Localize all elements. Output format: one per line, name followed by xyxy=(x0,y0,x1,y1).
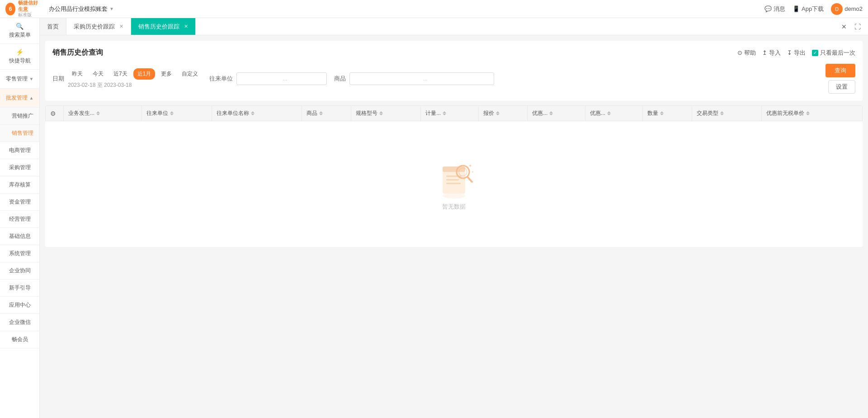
col-unit[interactable]: 计量... xyxy=(421,106,479,121)
table-container: ⚙ 业务发生... xyxy=(45,105,863,247)
col-biz-date[interactable]: 业务发生... xyxy=(64,106,142,121)
page-content: 销售历史价查询 ⊙ 帮助 ↥ 导入 ↧ 导出 xyxy=(40,35,868,418)
sort-icon xyxy=(496,111,500,115)
date-btn-last1month[interactable]: 近1月 xyxy=(133,68,156,80)
date-btn-last7[interactable]: 近7天 xyxy=(109,68,132,80)
col-discount2[interactable]: 优惠... xyxy=(585,106,643,121)
col-product[interactable]: 商品 xyxy=(302,106,351,121)
filter-row: 日期 昨天 今天 近7天 近1月 更多 自定义 2023-02-18 至 202… xyxy=(52,64,855,94)
data-table: ⚙ 业务发生... xyxy=(45,105,863,247)
empty-state: ✦ ✦ 暂无数据 xyxy=(46,121,863,247)
sidebar-item-wholesale-mgmt[interactable]: 批发管理 ▲ xyxy=(0,89,39,108)
close-tab-btn[interactable]: ✕ xyxy=(839,22,849,32)
partner-input[interactable]: ... xyxy=(236,72,327,85)
col-trade-type[interactable]: 交易类型 xyxy=(692,106,761,121)
message-btn[interactable]: 💬 消息 xyxy=(764,5,785,13)
sidebar: 🔍 搜索菜单 ⚡ 快捷导航 零售管理 ▼ 批发管理 ▲ 营销推广 销售管理 电商… xyxy=(0,18,40,418)
search-icon: 🔍 xyxy=(16,23,24,30)
main-layout: 🔍 搜索菜单 ⚡ 快捷导航 零售管理 ▼ 批发管理 ▲ 营销推广 销售管理 电商… xyxy=(0,18,868,418)
date-btn-today[interactable]: 今天 xyxy=(89,68,108,80)
tab-bar: 首页 采购历史价跟踪 ✕ 销售历史价跟踪 ✕ ✕ ⛶ xyxy=(40,18,868,35)
date-btn-yesterday[interactable]: 昨天 xyxy=(68,68,87,80)
top-menu-selector[interactable]: 办公用品行业模拟账套 ▼ xyxy=(45,3,118,15)
help-icon: ⊙ xyxy=(737,49,742,56)
col-discount1[interactable]: 优惠... xyxy=(528,106,585,121)
title-actions: ⊙ 帮助 ↥ 导入 ↧ 导出 ✓ 只看最后一次 xyxy=(737,49,855,57)
date-btn-more[interactable]: 更多 xyxy=(157,68,176,80)
date-btn-custom[interactable]: 自定义 xyxy=(178,68,202,80)
col-pre-tax-price[interactable]: 优惠前无税单价 xyxy=(762,106,863,121)
sort-icon xyxy=(96,111,100,115)
sort-icon xyxy=(379,111,383,115)
sidebar-item-system[interactable]: 系统管理 xyxy=(0,245,39,262)
help-btn[interactable]: ⊙ 帮助 xyxy=(737,49,756,57)
partner-label: 往来单位 xyxy=(209,75,233,83)
app-download-btn[interactable]: 📱 App下载 xyxy=(793,5,824,13)
sort-icon xyxy=(660,111,664,115)
svg-text:✦: ✦ xyxy=(468,163,472,168)
page-title: 销售历史价查询 xyxy=(52,48,103,57)
import-btn[interactable]: ↥ 导入 xyxy=(762,49,781,57)
col-settings[interactable]: ⚙ xyxy=(46,106,64,121)
sidebar-item-retail-mgmt[interactable]: 零售管理 ▼ xyxy=(0,70,39,89)
checkbox-icon: ✓ xyxy=(812,50,818,56)
sidebar-item-new-guide[interactable]: 新手引导 xyxy=(0,280,39,297)
sidebar-item-enterprise-collab[interactable]: 企业协同 xyxy=(0,262,39,280)
fullscreen-btn[interactable]: ⛶ xyxy=(853,22,863,32)
export-icon: ↧ xyxy=(787,49,792,56)
sidebar-item-purchase[interactable]: 采购管理 xyxy=(0,159,39,176)
header-right: 💬 消息 📱 App下载 D demo2 xyxy=(764,3,863,15)
chevron-up-icon: ▲ xyxy=(29,95,34,100)
only-last-checkbox[interactable]: ✓ 只看最后一次 xyxy=(812,49,855,57)
sidebar-item-inventory[interactable]: 库存核算 xyxy=(0,176,39,194)
sort-icon xyxy=(806,111,810,115)
tab-close-sales[interactable]: ✕ xyxy=(184,24,188,29)
col-partner-name[interactable]: 往来单位名称 xyxy=(212,106,302,121)
svg-text:✦: ✦ xyxy=(471,170,474,174)
product-input[interactable]: ... xyxy=(349,72,494,85)
sidebar-item-quick-nav[interactable]: ⚡ 快捷导航 xyxy=(0,44,39,70)
sidebar-item-sales[interactable]: 销售管理 xyxy=(0,125,39,142)
partner-ellipsis-icon: ... xyxy=(283,76,323,82)
page-title-bar: 销售历史价查询 ⊙ 帮助 ↥ 导入 ↧ 导出 xyxy=(52,48,855,57)
sidebar-item-operations[interactable]: 经营管理 xyxy=(0,211,39,228)
svg-rect-4 xyxy=(446,179,459,180)
svg-line-8 xyxy=(467,177,472,182)
tab-sales-history[interactable]: 销售历史价跟踪 ✕ xyxy=(131,18,196,35)
header-left: 6 畅捷信好生意 标准版 办公用品行业模拟账套 ▼ xyxy=(5,0,118,17)
sort-icon xyxy=(251,111,255,115)
query-card: 销售历史价查询 ⊙ 帮助 ↥ 导入 ↧ 导出 xyxy=(45,41,863,101)
sort-icon xyxy=(607,111,611,115)
sidebar-item-vip[interactable]: 畅会员 xyxy=(0,331,39,348)
date-range: 2023-02-18 至 2023-03-18 xyxy=(68,81,202,89)
export-btn[interactable]: ↧ 导出 xyxy=(787,49,806,57)
tab-home[interactable]: 首页 xyxy=(40,18,66,35)
sort-icon xyxy=(170,111,174,115)
col-qty[interactable]: 数量 xyxy=(643,106,692,121)
sidebar-item-marketing[interactable]: 营销推广 xyxy=(0,108,39,125)
query-button[interactable]: 查询 xyxy=(826,64,855,77)
svg-point-0 xyxy=(443,193,465,199)
sort-icon xyxy=(720,111,724,115)
tab-close-purchase[interactable]: ✕ xyxy=(119,24,123,29)
sidebar-item-enterprise-wechat[interactable]: 企业微信 xyxy=(0,314,39,331)
col-quote-price[interactable]: 报价 xyxy=(478,106,528,121)
sidebar-item-app-center[interactable]: 应用中心 xyxy=(0,297,39,314)
svg-rect-5 xyxy=(446,183,461,184)
phone-icon: 📱 xyxy=(793,5,800,12)
chevron-down-icon: ▼ xyxy=(29,76,34,81)
sort-icon xyxy=(319,111,323,115)
tab-purchase-history[interactable]: 采购历史价跟踪 ✕ xyxy=(66,18,131,35)
col-spec[interactable]: 规格型号 xyxy=(351,106,420,121)
content-area: 首页 采购历史价跟踪 ✕ 销售历史价跟踪 ✕ ✕ ⛶ 销售历史价查询 xyxy=(40,18,868,418)
sidebar-item-search-menu[interactable]: 🔍 搜索菜单 xyxy=(0,18,39,44)
col-partner-code[interactable]: 往来单位 xyxy=(142,106,212,121)
sidebar-item-ecommerce[interactable]: 电商管理 xyxy=(0,142,39,159)
product-ellipsis-icon: ... xyxy=(423,76,490,82)
user-menu[interactable]: D demo2 xyxy=(831,3,863,15)
sidebar-item-basic-info[interactable]: 基础信息 xyxy=(0,228,39,245)
date-buttons: 昨天 今天 近7天 近1月 更多 自定义 xyxy=(68,68,202,80)
settings-button[interactable]: 设置 xyxy=(828,80,855,94)
svg-rect-2 xyxy=(443,166,465,172)
sidebar-item-finance[interactable]: 资金管理 xyxy=(0,194,39,211)
